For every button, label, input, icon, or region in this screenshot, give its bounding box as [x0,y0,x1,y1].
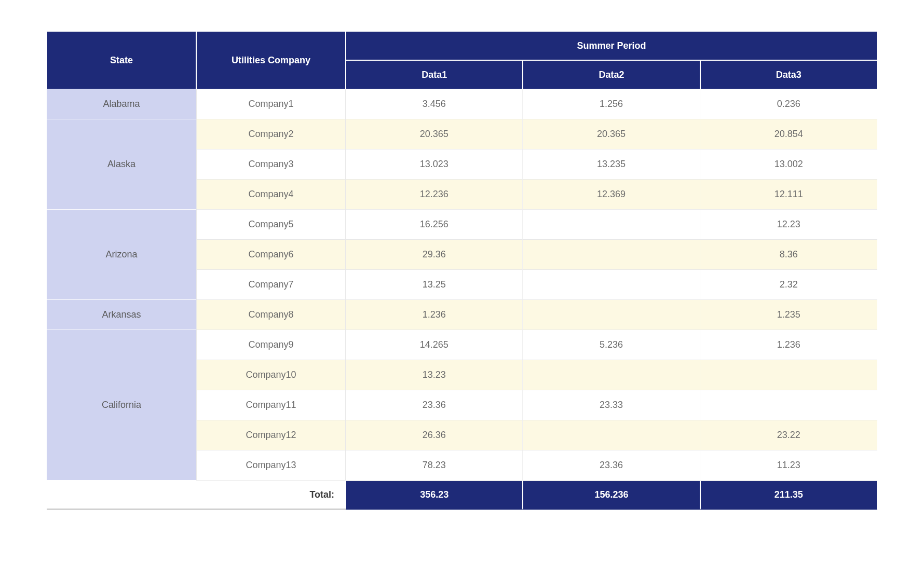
data-cell: 0.236 [700,89,877,119]
data-cell [700,360,877,390]
data-cell: 23.36 [346,390,523,420]
data-cell: 11.23 [700,450,877,481]
data-cell [523,210,700,240]
data-cell: 1.236 [700,330,877,360]
data-cell: 5.236 [523,330,700,360]
company-cell: Company11 [196,390,346,420]
data-cell: 26.36 [346,420,523,450]
data-cell: 16.256 [346,210,523,240]
table-body: AlabamaCompany13.4561.2560.236AlaskaComp… [47,89,877,481]
state-cell: Alabama [47,89,196,119]
state-cell: Arkansas [47,300,196,330]
data-cell: 13.25 [346,270,523,300]
company-cell: Company6 [196,240,346,270]
data-cell [700,390,877,420]
data-cell: 23.33 [523,390,700,420]
data-cell: 13.002 [700,149,877,180]
header-state: State [47,31,196,89]
table-row: ArizonaCompany516.25612.23 [47,210,877,240]
data-cell [523,360,700,390]
company-cell: Company5 [196,210,346,240]
footer-total-data3: 211.35 [700,481,877,510]
data-cell: 1.236 [346,300,523,330]
data-cell: 3.456 [346,89,523,119]
data-cell: 29.36 [346,240,523,270]
summary-table: State Utilities Company Summer Period Da… [47,31,877,510]
company-cell: Company1 [196,89,346,119]
data-cell: 1.235 [700,300,877,330]
data-cell: 13.023 [346,149,523,180]
company-cell: Company3 [196,149,346,180]
table-row: ArkansasCompany81.2361.235 [47,300,877,330]
header-data1: Data1 [346,60,523,89]
table-footer: Total: 356.23 156.236 211.35 [47,481,877,510]
header-data2: Data2 [523,60,700,89]
data-cell: 20.365 [346,119,523,149]
company-cell: Company12 [196,420,346,450]
company-cell: Company9 [196,330,346,360]
data-cell: 12.23 [700,210,877,240]
table-row: AlaskaCompany220.36520.36520.854 [47,119,877,149]
data-cell: 1.256 [523,89,700,119]
data-cell: 12.111 [700,180,877,210]
state-cell: Alaska [47,119,196,210]
header-data3: Data3 [700,60,877,89]
table-header: State Utilities Company Summer Period Da… [47,31,877,89]
footer-total-data2: 156.236 [523,481,700,510]
table-row: AlabamaCompany13.4561.2560.236 [47,89,877,119]
data-cell [523,240,700,270]
data-cell: 13.235 [523,149,700,180]
company-cell: Company7 [196,270,346,300]
data-cell: 13.23 [346,360,523,390]
footer-total-data1: 356.23 [346,481,523,510]
data-cell: 8.36 [700,240,877,270]
data-cell: 12.369 [523,180,700,210]
data-cell: 23.36 [523,450,700,481]
company-cell: Company13 [196,450,346,481]
state-cell: Arizona [47,210,196,300]
data-cell: 12.236 [346,180,523,210]
data-cell: 20.365 [523,119,700,149]
company-cell: Company4 [196,180,346,210]
data-cell: 2.32 [700,270,877,300]
table-row: CaliforniaCompany914.2655.2361.236 [47,330,877,360]
data-cell [523,420,700,450]
data-cell: 78.23 [346,450,523,481]
company-cell: Company10 [196,360,346,390]
data-cell [523,270,700,300]
footer-total-label: Total: [47,481,346,510]
company-cell: Company8 [196,300,346,330]
state-cell: California [47,330,196,481]
data-cell: 14.265 [346,330,523,360]
data-cell: 23.22 [700,420,877,450]
data-cell [523,300,700,330]
data-cell: 20.854 [700,119,877,149]
header-group-summer: Summer Period [346,31,877,60]
header-utilities: Utilities Company [196,31,346,89]
company-cell: Company2 [196,119,346,149]
